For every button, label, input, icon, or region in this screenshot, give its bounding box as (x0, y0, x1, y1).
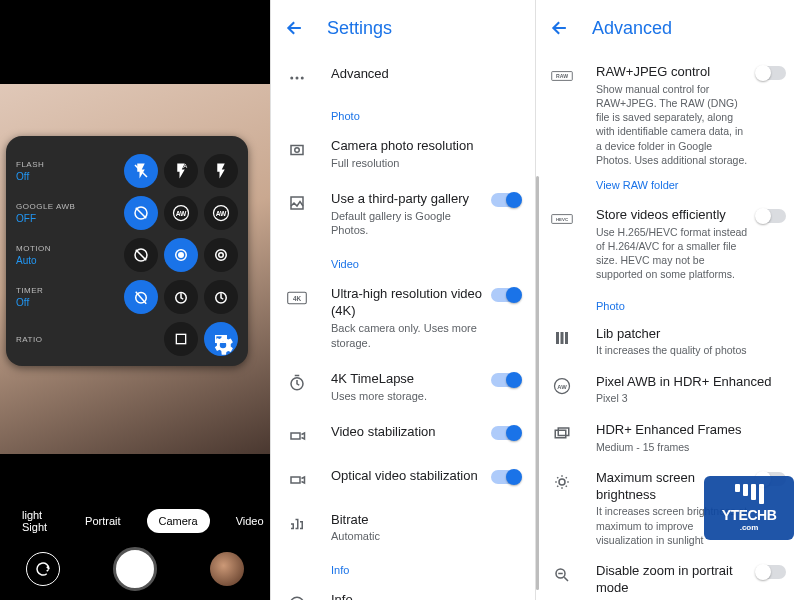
advanced-item[interactable]: Lib patcherIt increases the quality of p… (536, 318, 800, 366)
br-icon (285, 512, 309, 536)
item-subtitle: Pixel 3 (596, 391, 786, 405)
svg-point-24 (295, 148, 300, 153)
settings-section-photo: Photo (271, 100, 535, 128)
item-subtitle: Use H.265/HEVC format instead of H.264/A… (596, 225, 750, 282)
toggle-switch[interactable] (491, 373, 521, 387)
ratio-43-icon[interactable] (164, 322, 198, 356)
svg-rect-38 (565, 332, 568, 344)
res-icon (285, 138, 309, 162)
toggle-switch[interactable] (491, 288, 521, 302)
settings-item[interactable]: 4KUltra-high resolution video (4K)Back c… (271, 276, 535, 360)
toggle-switch[interactable] (756, 565, 786, 579)
flash-label: FLASH (16, 160, 88, 169)
back-icon[interactable] (285, 18, 305, 38)
settings-screen: Settings AdvancedPhotoCamera photo resol… (270, 0, 535, 600)
motion-off-icon[interactable] (124, 238, 158, 272)
timer-value: Off (16, 297, 88, 308)
svg-rect-23 (291, 146, 303, 155)
item-title: 4K TimeLapse (331, 371, 485, 388)
advanced-item[interactable]: AWPixel AWB in HDR+ EnhancedPixel 3 (536, 366, 800, 414)
motion-on-icon[interactable] (204, 238, 238, 272)
item-subtitle: Back camera only. Uses more storage. (331, 321, 485, 351)
awb-off-icon[interactable] (124, 196, 158, 230)
settings-item[interactable]: Use a third-party galleryDefault gallery… (271, 181, 535, 249)
advanced-title: Advanced (592, 18, 672, 39)
settings-item[interactable]: BitrateAutomatic (271, 502, 535, 555)
item-title: Disable zoom in portrait mode (596, 563, 750, 597)
timer-3s-icon[interactable] (164, 280, 198, 314)
svg-point-12 (216, 250, 227, 261)
quick-settings-panel: FLASH Off A GOOGLE AWB OFF AW AW (6, 136, 248, 366)
timer-label: TIMER (16, 286, 88, 295)
item-subtitle: It increases the quality of photos (596, 343, 786, 357)
advanced-item[interactable]: RAWRAW+JPEG controlShow manual control f… (536, 56, 800, 175)
toggle-switch[interactable] (491, 470, 521, 484)
settings-header: Settings (271, 0, 535, 56)
flash-off-icon[interactable] (124, 154, 158, 188)
gallery-icon (285, 191, 309, 215)
advanced-link[interactable]: View RAW folder (536, 175, 800, 199)
item-subtitle: Uses more storage. (331, 389, 485, 404)
bri-icon (550, 470, 574, 494)
item-title: Advanced (331, 66, 521, 83)
quick-row-ratio: RATIO (16, 318, 238, 360)
advanced-header: Advanced (536, 0, 800, 56)
item-title: Ultra-high resolution video (4K) (331, 286, 485, 320)
settings-item[interactable]: Optical video stabilization (271, 458, 535, 502)
advanced-item[interactable]: Disable zoom in portrait modeDefault zoo… (536, 555, 800, 600)
gallery-thumbnail[interactable] (210, 552, 244, 586)
svg-rect-37 (561, 332, 564, 344)
svg-rect-29 (291, 433, 300, 439)
settings-item[interactable]: Info (271, 582, 535, 600)
advanced-item[interactable]: HDR+ Enhanced FramesMedium - 15 frames (536, 414, 800, 462)
mode-portrait[interactable]: Portrait (73, 509, 132, 533)
motion-value: Auto (16, 255, 88, 266)
awb-value: OFF (16, 213, 88, 224)
awb-on-icon[interactable]: AW (204, 196, 238, 230)
settings-section-info: Info (271, 554, 535, 582)
toggle-switch[interactable] (491, 193, 521, 207)
back-icon[interactable] (550, 18, 570, 38)
dots-icon (285, 66, 309, 90)
flash-on-icon[interactable] (204, 154, 238, 188)
hevc-icon: HEVC (550, 207, 574, 231)
motion-auto-icon[interactable] (164, 238, 198, 272)
toggle-switch[interactable] (491, 426, 521, 440)
svg-text:AW: AW (216, 210, 227, 217)
item-title: Bitrate (331, 512, 521, 529)
tl-icon (285, 371, 309, 395)
item-subtitle: Medium - 15 frames (596, 440, 786, 454)
shutter-button[interactable] (113, 547, 157, 591)
item-title: Lib patcher (596, 326, 786, 343)
svg-point-13 (219, 253, 224, 258)
mode-video[interactable]: Video (224, 509, 276, 533)
toggle-switch[interactable] (756, 209, 786, 223)
mode-camera[interactable]: Camera (147, 509, 210, 533)
svg-point-22 (301, 77, 304, 80)
quick-row-motion: MOTION Auto (16, 234, 238, 276)
switch-camera-icon[interactable] (26, 552, 60, 586)
advanced-section-photo: Photo (536, 290, 800, 318)
item-title: Use a third-party gallery (331, 191, 485, 208)
gear-icon[interactable] (210, 332, 236, 358)
camera-modes: light Sight Portrait Camera Video More (0, 504, 270, 538)
settings-item[interactable]: Camera photo resolutionFull resolution (271, 128, 535, 181)
settings-item[interactable]: Video stabilization (271, 414, 535, 458)
awb-auto-icon[interactable]: AW (164, 196, 198, 230)
item-title: Pixel AWB in HDR+ Enhanced (596, 374, 786, 391)
item-title: Camera photo resolution (331, 138, 521, 155)
settings-item[interactable]: Advanced (271, 56, 535, 100)
scrollbar[interactable] (536, 176, 539, 590)
settings-item[interactable]: 4K TimeLapseUses more storage. (271, 361, 535, 414)
toggle-switch[interactable] (756, 66, 786, 80)
timer-off-icon[interactable] (124, 280, 158, 314)
motion-label: MOTION (16, 244, 88, 253)
camera-controls (0, 538, 270, 600)
svg-text:RAW: RAW (556, 73, 568, 79)
svg-point-11 (179, 253, 184, 258)
flash-auto-icon[interactable]: A (164, 154, 198, 188)
timer-10s-icon[interactable] (204, 280, 238, 314)
advanced-item[interactable]: HEVCStore videos efficientlyUse H.265/HE… (536, 199, 800, 290)
mode-night-sight[interactable]: light Sight (10, 503, 59, 539)
svg-text:AW: AW (176, 210, 187, 217)
